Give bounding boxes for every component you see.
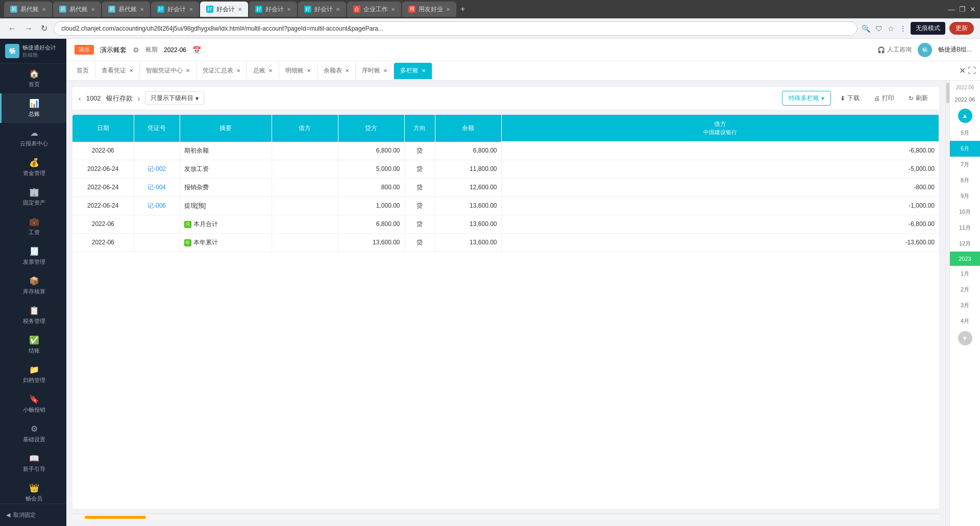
scroll-thumb-vertical[interactable] <box>946 83 949 103</box>
tab-haohuiji-6[interactable]: 好 好会计 ✕ <box>249 2 297 17</box>
wuhen-button[interactable]: 无痕模式 <box>911 22 945 35</box>
collapse-tab-button[interactable]: ✕ <box>959 66 966 76</box>
unpin-button[interactable]: ◀ 取消固定 <box>4 508 62 522</box>
tab-close-7[interactable]: ✕ <box>336 7 340 12</box>
star-icon[interactable]: ☆ <box>888 24 894 33</box>
tab-close-3[interactable]: ✕ <box>140 7 144 12</box>
tab-close-sequence[interactable]: ✕ <box>383 68 387 73</box>
tab-close-2[interactable]: ✕ <box>91 7 95 12</box>
tab-haohuiji-7[interactable]: 好 好会计 ✕ <box>298 2 346 17</box>
calendar-icon[interactable]: 📅 <box>192 46 201 54</box>
date-nav-down-button[interactable]: ▼ <box>958 331 972 345</box>
new-tab-button[interactable]: + <box>457 5 468 14</box>
print-button[interactable]: 🖨 打印 <box>869 91 899 105</box>
special-multi-account-button[interactable]: 特殊多栏账 ▾ <box>782 91 831 106</box>
page-tab-general-ledger[interactable]: 总账 ✕ <box>247 63 279 79</box>
next-account-button[interactable]: › <box>138 94 140 103</box>
update-button[interactable]: 更新 <box>949 22 974 35</box>
date-nav-up-button[interactable]: ▲ <box>958 109 972 123</box>
sub-filter-toggle[interactable]: 只显示下级科目 ▾ <box>145 91 204 105</box>
prev-account-button[interactable]: ‹ <box>79 94 81 103</box>
url-input[interactable] <box>54 21 857 36</box>
tab-close-multi-column[interactable]: ✕ <box>422 68 426 73</box>
tab-close-8[interactable]: ✕ <box>391 7 395 12</box>
back-button[interactable]: ← <box>6 22 18 35</box>
date-nav-item-jun[interactable]: 6月 <box>950 141 980 157</box>
minimize-button[interactable]: — <box>948 5 955 13</box>
sidebar-item-cloud-reports[interactable]: ☁ 云报表中心 <box>0 123 66 153</box>
date-nav-item-sep[interactable]: 9月 <box>950 188 980 204</box>
horizontal-scrollbar[interactable] <box>72 514 939 520</box>
tab-close-9[interactable]: ✕ <box>446 7 450 12</box>
sidebar-item-tax[interactable]: 📋 税务管理 <box>0 300 66 330</box>
refresh-button[interactable]: ↻ <box>39 21 50 35</box>
browser-menu-icon[interactable]: ⋮ <box>899 24 906 33</box>
maximize-button[interactable]: ❐ <box>959 5 966 13</box>
page-tab-sequence[interactable]: 序时账 ✕ <box>356 63 394 79</box>
tab-close-1[interactable]: ✕ <box>42 7 46 12</box>
tab-close-balance[interactable]: ✕ <box>345 68 349 73</box>
tab-yidaizhang-3[interactable]: 易 易代账 ✕ <box>102 2 150 17</box>
tab-yongyou[interactable]: 用 用友好业 ✕ <box>402 2 456 17</box>
tab-close-voucher-summary[interactable]: ✕ <box>236 68 240 73</box>
refresh-button[interactable]: ↻ 刷新 <box>903 91 933 105</box>
date-nav-item-aug[interactable]: 8月 <box>950 172 980 188</box>
sidebar-item-home[interactable]: 🏠 首页 <box>0 64 66 93</box>
voucher-link[interactable]: 记-002 <box>148 165 166 172</box>
close-browser-button[interactable]: ✕ <box>970 5 976 13</box>
page-tab-multi-column[interactable]: 多栏账 ✕ <box>394 63 432 79</box>
date-nav-year-2023[interactable]: 2023 <box>950 252 980 266</box>
sidebar-item-settings[interactable]: ⚙ 基础设置 <box>0 419 66 448</box>
tab-close-smart-voucher[interactable]: ✕ <box>186 68 190 73</box>
shield-icon[interactable]: 🛡 <box>875 24 883 33</box>
page-tab-voucher-summary[interactable]: 凭证汇总表 ✕ <box>197 63 247 79</box>
tab-close-view-voucher[interactable]: ✕ <box>129 68 133 73</box>
tab-yidaizhang-2[interactable]: 易 易代账 ✕ <box>53 2 101 17</box>
tab-haohuiji-4[interactable]: 好 好会计 ✕ <box>151 2 199 17</box>
date-nav-item-jul[interactable]: 7月 <box>950 157 980 172</box>
date-nav-item-nov[interactable]: 11月 <box>950 220 980 236</box>
date-nav-item-dec[interactable]: 12月 <box>950 236 980 252</box>
user-avatar: 畅 <box>918 43 932 57</box>
date-nav-item-may[interactable]: 5月 <box>950 125 980 141</box>
sidebar-item-fixed-assets[interactable]: 🏢 固定资产 <box>0 182 66 212</box>
tab-haohuiji-5[interactable]: 好 好会计 ✕ <box>200 2 248 17</box>
sidebar-item-membership[interactable]: 👑 畅会员 <box>0 478 66 504</box>
forward-button[interactable]: → <box>22 22 35 35</box>
search-icon[interactable]: 🔍 <box>862 24 870 33</box>
tab-yidaizhang-1[interactable]: 易 易代账 ✕ <box>4 2 52 17</box>
date-nav-item-apr[interactable]: 4月 <box>950 313 980 329</box>
sidebar-item-guide[interactable]: 📖 新手引导 <box>0 448 66 478</box>
sidebar-item-close-account[interactable]: ✅ 结账 <box>0 330 66 360</box>
sidebar-item-invoice[interactable]: 🧾 发票管理 <box>0 241 66 271</box>
sidebar-item-archive[interactable]: 📁 归档管理 <box>0 360 66 389</box>
date-nav-item-2022-06-top[interactable]: 2022.06 <box>950 92 980 107</box>
sidebar-item-ledger[interactable]: 📊 总账 <box>0 93 66 123</box>
sidebar-item-payroll[interactable]: 💼 工资 <box>0 212 66 241</box>
page-tab-home[interactable]: 首页 <box>70 63 95 79</box>
voucher-link[interactable]: 记-004 <box>148 184 166 191</box>
gear-settings-icon[interactable]: ⚙ <box>133 46 139 54</box>
date-nav-item-oct[interactable]: 10月 <box>950 204 980 220</box>
date-nav-item-mar[interactable]: 3月 <box>950 297 980 313</box>
page-tab-balance[interactable]: 余额表 ✕ <box>317 63 356 79</box>
consultant-button[interactable]: 🎧 人工咨询 <box>877 45 912 54</box>
sidebar-item-expense[interactable]: 🔖 小畅报销 <box>0 389 66 419</box>
tab-close-6[interactable]: ✕ <box>287 7 291 12</box>
voucher-link[interactable]: 记-006 <box>148 202 166 209</box>
date-nav-item-jan[interactable]: 1月 <box>950 266 980 282</box>
date-nav-item-feb[interactable]: 2月 <box>950 282 980 297</box>
expand-tab-button[interactable]: ⛶ <box>968 66 976 76</box>
tab-close-general-ledger[interactable]: ✕ <box>268 68 273 73</box>
page-tab-smart-voucher[interactable]: 智能凭证中心 ✕ <box>140 63 197 79</box>
tab-close-5[interactable]: ✕ <box>238 7 242 12</box>
page-tab-view-voucher[interactable]: 查看凭证 ✕ <box>95 63 140 79</box>
tab-close-detail-ledger[interactable]: ✕ <box>307 68 311 73</box>
sidebar-item-funds[interactable]: 💰 资金管理 <box>0 153 66 182</box>
page-tab-detail-ledger[interactable]: 明细账 ✕ <box>279 63 317 79</box>
sidebar-item-inventory[interactable]: 📦 库存核算 <box>0 271 66 300</box>
tab-qiyegongzuo[interactable]: 企 企业工作 ✕ <box>347 2 401 17</box>
scroll-thumb[interactable] <box>85 516 146 519</box>
download-button[interactable]: ⬇ 下载 <box>835 91 865 105</box>
tab-close-4[interactable]: ✕ <box>189 7 193 12</box>
